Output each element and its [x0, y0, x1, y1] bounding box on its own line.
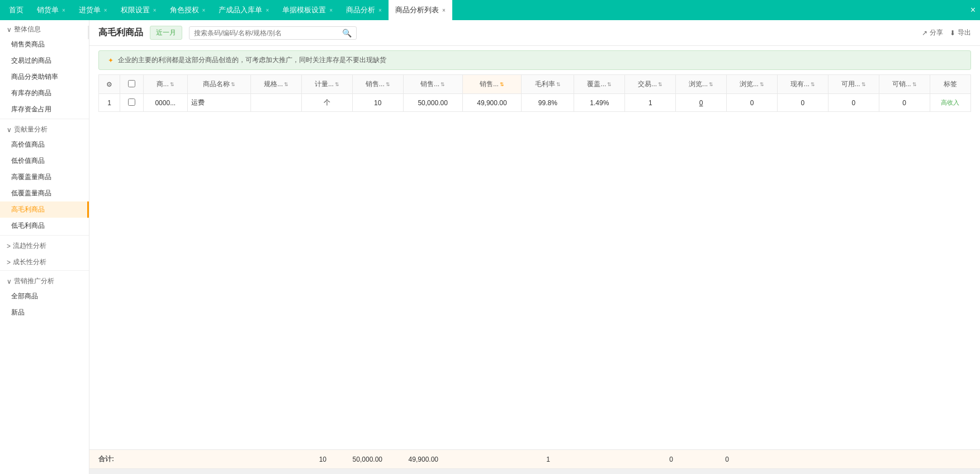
footer-label: 合计:	[98, 454, 114, 464]
col-sales-qty[interactable]: 销售...⇅	[352, 75, 403, 94]
sidebar-item-low-coverage[interactable]: 低覆盖量商品	[0, 185, 89, 201]
search-input[interactable]	[194, 29, 342, 37]
filter-recent-month[interactable]: 近一月	[150, 26, 182, 40]
nav-item-permissions[interactable]: 权限设置 ×	[114, 0, 163, 20]
sidebar-item-low-margin[interactable]: 低毛利商品	[0, 218, 89, 234]
cell-browse1[interactable]: 0	[676, 94, 727, 112]
footer-available: 0	[684, 456, 729, 463]
sidebar-item-in-stock[interactable]: 有库存的商品	[0, 85, 89, 101]
sidebar-item-traded-goods[interactable]: 交易过的商品	[0, 53, 89, 69]
cell-gross-margin: 99.8%	[522, 94, 574, 112]
close-purchase-tab[interactable]: ×	[104, 7, 107, 13]
cell-sales-profit: 49,900.00	[462, 94, 522, 112]
nav-item-template[interactable]: 单据模板设置 ×	[276, 0, 339, 20]
sidebar-toggle[interactable]: 《	[88, 26, 89, 39]
footer-current-stock: 0	[628, 456, 673, 463]
share-button[interactable]: ↗ 分享	[922, 28, 943, 37]
table-footer: 合计: 10 50,000.00 49,900.00 1 0 0	[89, 449, 980, 468]
nav-item-purchase[interactable]: 进货单 ×	[72, 0, 114, 20]
sidebar-group-marketing[interactable]: ∨ 营销推广分析	[0, 272, 89, 288]
col-unit[interactable]: 计量...⇅	[301, 75, 352, 94]
top-nav: 首页 销货单 × 进货单 × 权限设置 × 角色授权 × 产成品入库单 × 单据…	[0, 0, 980, 20]
col-current-stock[interactable]: 现有...⇅	[777, 75, 828, 94]
sidebar-group-overall[interactable]: ∨ 整体信息	[0, 20, 89, 36]
sidebar-group-contribution[interactable]: ∨ 贡献量分析	[0, 120, 89, 137]
nav-item-home[interactable]: 首页	[2, 0, 30, 20]
export-button[interactable]: ⬇ 导出	[950, 28, 971, 37]
col-checkbox[interactable]	[120, 75, 143, 94]
window-close-button[interactable]: ×	[970, 5, 976, 15]
footer-trade: 1	[505, 456, 550, 463]
sidebar-group-trend[interactable]: > 流趋性分析	[0, 237, 89, 253]
sidebar-item-high-coverage[interactable]: 高覆盖量商品	[0, 169, 89, 185]
col-settings[interactable]: ⚙	[99, 75, 120, 94]
cell-code: 0000...	[143, 94, 187, 112]
sidebar-item-high-value[interactable]: 高价值商品	[0, 137, 89, 153]
nav-item-inbound[interactable]: 产成品入库单 ×	[212, 0, 276, 20]
content-area: 高毛利商品 近一月 🔍 ↗ 分享 ⬇ 导出 ✦ 企业的主要的利润都是这部分商品创…	[89, 20, 980, 474]
sidebar-item-new-goods[interactable]: 新品	[0, 304, 89, 321]
search-box: 🔍	[189, 26, 357, 40]
info-icon: ✦	[108, 57, 113, 64]
cell-coverage: 1.49%	[574, 94, 625, 112]
cell-tag: 高收入	[930, 94, 970, 112]
nav-item-analysis-list[interactable]: 商品分析列表 ×	[389, 0, 452, 20]
data-table: ⚙ 商...⇅ 商品名称⇅ 规格...⇅ 计量...⇅ 销售...⇅ 销售...…	[98, 74, 971, 112]
col-coverage[interactable]: 覆盖...⇅	[574, 75, 625, 94]
close-analysis-list-tab[interactable]: ×	[442, 7, 446, 13]
sidebar-item-high-margin[interactable]: 高毛利商品	[0, 201, 89, 218]
col-sales-profit[interactable]: 销售...⇅	[462, 75, 522, 94]
cell-unit: 个	[301, 94, 352, 112]
sidebar-item-category-rate[interactable]: 商品分类助销率	[0, 69, 89, 85]
col-code[interactable]: 商...⇅	[143, 75, 187, 94]
nav-item-analysis[interactable]: 商品分析 ×	[339, 0, 389, 20]
page-title: 高毛利商品	[98, 27, 143, 39]
sidebar-item-stock-funds[interactable]: 库存资金占用	[0, 101, 89, 118]
close-permissions-tab[interactable]: ×	[153, 7, 157, 13]
select-all-checkbox[interactable]	[128, 80, 135, 87]
cell-trade: 1	[625, 94, 676, 112]
close-role-tab[interactable]: ×	[202, 7, 206, 13]
row-checkbox[interactable]	[128, 98, 135, 106]
header-actions: ↗ 分享 ⬇ 导出	[922, 28, 971, 37]
col-sales-amount[interactable]: 销售...⇅	[403, 75, 462, 94]
bottom-scrollbar[interactable]	[89, 468, 980, 474]
cell-sales-amount: 50,000.00	[403, 94, 462, 112]
cell-no: 1	[99, 94, 120, 112]
main-layout: 《 ∨ 整体信息 销售类商品 交易过的商品 商品分类助销率 有库存的商品 库存资…	[0, 20, 980, 474]
info-banner: ✦ 企业的主要的利润都是这部分商品创造的，可考虑加大推广，同时关注库存是不要出现…	[98, 50, 971, 70]
cell-name: 运费	[187, 94, 250, 112]
close-sales-tab[interactable]: ×	[62, 7, 65, 13]
cell-sellable: 0	[879, 94, 930, 112]
col-browse1[interactable]: 浏览...⇅	[676, 75, 727, 94]
col-available[interactable]: 可用...⇅	[828, 75, 879, 94]
nav-item-sales[interactable]: 销货单 ×	[30, 0, 72, 20]
sidebar-group-growth[interactable]: > 成长性分析	[0, 253, 89, 269]
content-header: 高毛利商品 近一月 🔍 ↗ 分享 ⬇ 导出	[89, 20, 980, 46]
sidebar-item-all-goods[interactable]: 全部商品	[0, 288, 89, 304]
col-trade[interactable]: 交易...⇅	[625, 75, 676, 94]
table-container: ⚙ 商...⇅ 商品名称⇅ 规格...⇅ 计量...⇅ 销售...⇅ 销售...…	[89, 74, 980, 449]
col-spec[interactable]: 规格...⇅	[251, 75, 302, 94]
sidebar-item-sales-goods[interactable]: 销售类商品	[0, 36, 89, 53]
footer-sales-qty: 10	[282, 456, 326, 463]
close-analysis-tab[interactable]: ×	[378, 7, 382, 13]
cell-current-stock: 0	[777, 94, 828, 112]
nav-item-role[interactable]: 角色授权 ×	[163, 0, 212, 20]
cell-sales-qty: 10	[352, 94, 403, 112]
sidebar: 《 ∨ 整体信息 销售类商品 交易过的商品 商品分类助销率 有库存的商品 库存资…	[0, 20, 89, 474]
close-inbound-tab[interactable]: ×	[266, 7, 269, 13]
search-icon[interactable]: 🔍	[342, 29, 352, 37]
cell-checkbox[interactable]	[120, 94, 143, 112]
col-tag[interactable]: 标签	[930, 75, 970, 94]
col-gross-margin[interactable]: 毛利率⇅	[522, 75, 574, 94]
col-sellable[interactable]: 可销...⇅	[879, 75, 930, 94]
footer-sales-amount: 50,000.00	[338, 456, 382, 463]
table-row: 1 0000... 运费 个 10 50,000.00 49,900.00 99…	[99, 94, 971, 112]
sidebar-item-low-value[interactable]: 低价值商品	[0, 153, 89, 169]
close-template-tab[interactable]: ×	[329, 7, 333, 13]
cell-browse2: 0	[727, 94, 778, 112]
col-name[interactable]: 商品名称⇅	[187, 75, 250, 94]
col-browse2[interactable]: 浏览...⇅	[727, 75, 778, 94]
cell-spec	[251, 94, 302, 112]
